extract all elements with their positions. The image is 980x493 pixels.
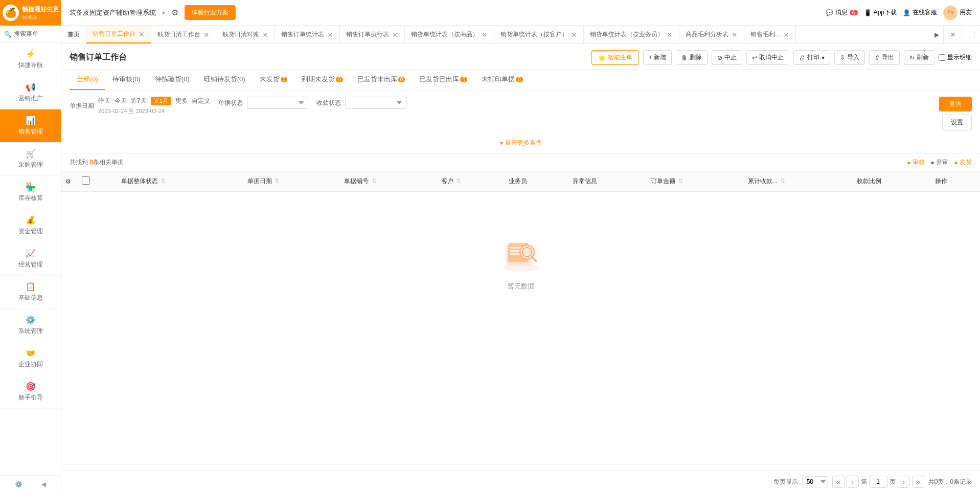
tab-sales-margin[interactable]: 销售毛利... ✕ [744, 26, 796, 43]
column-settings-icon[interactable]: ⚙ [65, 178, 71, 185]
tab-close-sales-margin[interactable]: ✕ [783, 31, 789, 39]
sub-tab-all[interactable]: 全部(0) [70, 70, 105, 90]
tab-cash-daily[interactable]: 钱货日清工作台 ✕ [151, 26, 216, 43]
import-btn[interactable]: ⇩ 导入 [834, 50, 865, 65]
reject-btn[interactable]: ● 弃审 [931, 158, 948, 167]
print-icon: 🖨 [799, 54, 805, 61]
user-action[interactable]: Ea 用友 [943, 6, 972, 20]
tab-close-sales-staff-stats[interactable]: ✕ [667, 31, 673, 39]
tab-close-cash-daily[interactable]: ✕ [203, 31, 210, 39]
export-btn[interactable]: ⇧ 导出 [869, 50, 900, 65]
date-7days[interactable]: 近7天 [131, 97, 147, 105]
gear-icon[interactable]: ⚙ [171, 8, 178, 17]
col-salesperson: 业务员 [505, 171, 568, 192]
tab-home[interactable]: 首页 [61, 26, 86, 43]
tab-close-sales-workbench[interactable]: ✕ [139, 30, 145, 38]
query-btn[interactable]: 查询 [939, 97, 972, 111]
sort-icon-doc-status[interactable]: ⇅ [161, 177, 166, 185]
refresh-icon: ↻ [909, 54, 915, 61]
sidebar-item-sales[interactable]: 📊 销售管理 [0, 109, 61, 143]
tab-sales-product-stats[interactable]: 销货单统计表（按商品） ✕ [405, 26, 494, 43]
industry-solution-btn[interactable]: 体验行业方案 [185, 5, 236, 20]
page-number-input[interactable] [869, 476, 887, 488]
sidebar-item-basic-info[interactable]: 📋 基础信息 [0, 276, 61, 309]
sort-icon-collected[interactable]: ⇅ [780, 177, 785, 185]
operations-icon: 📈 [26, 249, 36, 258]
sub-tab-shipped-out[interactable]: 已发货已出库0 [412, 70, 474, 90]
date-1month[interactable]: 近1月 [151, 97, 171, 105]
payment-select[interactable] [345, 97, 406, 109]
page-size-select[interactable]: 20 50 100 [802, 476, 828, 487]
sidebar-search-menu[interactable]: 🔍 搜索菜单 [0, 26, 61, 43]
message-icon: 💬 [826, 9, 833, 16]
status-select[interactable] [247, 97, 308, 109]
sub-tab-wangpu-pending[interactable]: 旺铺待发货(0) [197, 70, 253, 90]
system-title-dropdown[interactable]: ▾ [162, 9, 165, 16]
online-service-action[interactable]: 👤 在线客服 [903, 8, 937, 17]
message-action[interactable]: 💬 消息 6 [826, 8, 858, 17]
page-last-btn[interactable]: » [912, 476, 924, 488]
sort-icon-customer[interactable]: ⇅ [456, 177, 461, 185]
add-btn[interactable]: + 新增 [643, 50, 672, 65]
page-prev-btn[interactable]: ‹ [847, 476, 859, 488]
show-detail-input[interactable] [939, 54, 945, 61]
date-more[interactable]: 更多 [175, 97, 188, 105]
sidebar-item-guide[interactable]: 🎯 新手引导 [0, 375, 61, 409]
tab-more-btn[interactable]: ▶ [930, 26, 943, 43]
filter-setting-btn[interactable]: 设置 [942, 115, 972, 130]
tab-cash-reconcile[interactable]: 钱货日清对账 ✕ [216, 26, 275, 43]
date-yesterday[interactable]: 昨天 [98, 97, 110, 105]
horizontal-scrollbar[interactable] [61, 464, 980, 470]
sort-icon-amount[interactable]: ⇅ [678, 177, 683, 185]
sidebar-item-marketing[interactable]: 📢 营销推广 [0, 76, 61, 109]
tab-sales-exec[interactable]: 销售订单执行表 ✕ [340, 26, 405, 43]
tab-sales-customer-stats[interactable]: 销货单统计表（按客户） ✕ [494, 26, 584, 43]
tab-close-sales-stats[interactable]: ✕ [327, 31, 333, 39]
sub-tab-overdue-not-shipped[interactable]: 到期未发货0 [294, 70, 350, 90]
cancel-stop-btn[interactable]: ↩ 取消中止 [746, 50, 789, 65]
table-toolbar-actions: ● 审核 ● 弃审 ● 发货 [907, 158, 972, 167]
sort-icon-doc-date[interactable]: ⇅ [275, 177, 280, 185]
deliver-btn[interactable]: ● 发货 [954, 158, 972, 167]
select-all-checkbox[interactable] [82, 176, 90, 185]
tab-close-all-btn[interactable]: ✕ [943, 26, 962, 44]
tab-fullscreen-btn[interactable]: ⛶ [962, 26, 980, 44]
delete-btn[interactable]: 🗑 删除 [676, 50, 708, 65]
sidebar-item-purchase[interactable]: 🛒 采购管理 [0, 143, 61, 176]
expand-filter-btn[interactable]: ▾ 展开更多条件 [500, 139, 542, 147]
sort-icon-doc-number[interactable]: ⇅ [372, 177, 377, 185]
tab-close-cash-reconcile[interactable]: ✕ [262, 31, 268, 39]
sidebar-item-inventory[interactable]: 🏪 库存核算 [0, 176, 61, 209]
tab-close-sales-customer-stats[interactable]: ✕ [571, 31, 577, 39]
sub-tab-shipped-not-out[interactable]: 已发货未出库0 [350, 70, 413, 90]
stop-btn[interactable]: ⊘ 中止 [712, 50, 742, 65]
tab-sales-staff-stats[interactable]: 销货单统计表（按业务员） ✕ [584, 26, 679, 43]
page-next-btn[interactable]: › [898, 476, 910, 488]
sub-tab-pending-review[interactable]: 待审核(0) [105, 70, 148, 90]
page-first-btn[interactable]: « [832, 476, 845, 488]
sidebar-item-operations[interactable]: 📈 经营管理 [0, 242, 61, 276]
sub-tab-not-printed[interactable]: 未打印单据0 [474, 70, 530, 90]
sub-tab-not-shipped[interactable]: 未发货0 [253, 70, 295, 90]
tab-gross-profit[interactable]: 商品毛利分析表 ✕ [679, 26, 744, 43]
sidebar-item-quick-nav[interactable]: ⚡ 快捷导航 [0, 43, 61, 76]
date-custom[interactable]: 自定义 [192, 97, 210, 105]
tab-close-sales-product-stats[interactable]: ✕ [482, 31, 488, 39]
print-btn[interactable]: 🖨 打印 ▾ [793, 50, 830, 65]
ai-generate-btn[interactable]: ⭐ 智能生单 [591, 50, 639, 65]
app-download-action[interactable]: 📱 App下载 [864, 8, 897, 17]
tab-sales-workbench[interactable]: 销售订单工作台 ✕ [86, 26, 151, 43]
refresh-btn[interactable]: ↻ 刷新 [904, 50, 935, 65]
sidebar-item-finance[interactable]: 💰 资金管理 [0, 209, 61, 242]
tab-sales-stats[interactable]: 销售订单统计表 ✕ [275, 26, 340, 43]
collapse-icon[interactable]: ◀ [41, 481, 46, 488]
tab-close-sales-exec[interactable]: ✕ [392, 31, 398, 39]
date-today[interactable]: 今天 [115, 97, 127, 105]
show-detail-checkbox[interactable]: 显示明细 [939, 53, 972, 62]
sidebar-item-cooperation[interactable]: 🤝 企业协同 [0, 342, 61, 375]
sidebar-item-system[interactable]: ⚙️ 系统管理 [0, 309, 61, 342]
audit-btn[interactable]: ● 审核 [907, 158, 924, 167]
sub-tab-pending-inspect[interactable]: 待拣验货(0) [148, 70, 197, 90]
tab-close-gross-profit[interactable]: ✕ [732, 31, 738, 39]
settings-bottom-icon[interactable]: ⚙️ [15, 481, 22, 488]
